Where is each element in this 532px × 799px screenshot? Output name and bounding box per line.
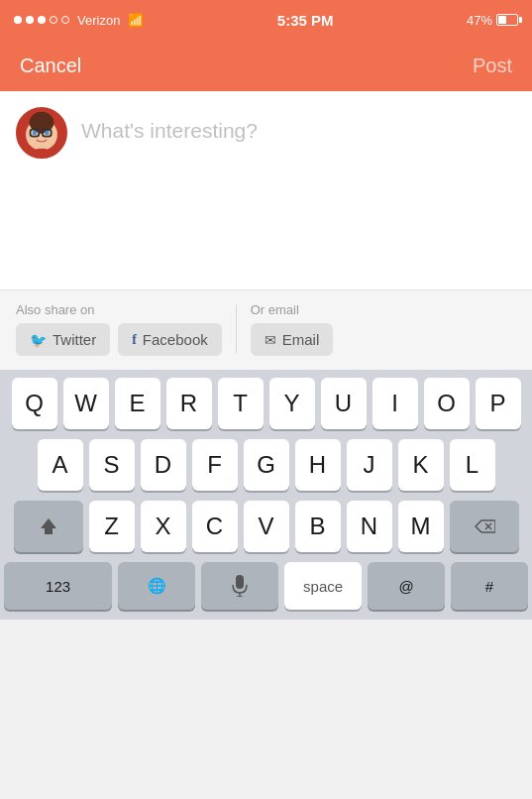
svg-point-7 bbox=[45, 131, 49, 135]
shift-icon bbox=[39, 516, 58, 536]
key-v[interactable]: V bbox=[244, 501, 289, 552]
share-section: Also share on 🐦 Twitter f Facebook Or em… bbox=[0, 289, 532, 370]
key-r[interactable]: R bbox=[166, 378, 212, 429]
email-button[interactable]: ✉ Email bbox=[251, 323, 334, 356]
key-o[interactable]: O bbox=[424, 378, 470, 429]
email-group: Or email ✉ Email bbox=[251, 302, 334, 356]
signal-dot-5 bbox=[61, 16, 69, 24]
svg-point-6 bbox=[33, 131, 37, 135]
space-key[interactable]: space bbox=[284, 562, 362, 610]
key-b[interactable]: B bbox=[295, 501, 341, 552]
battery-icon bbox=[496, 14, 518, 26]
space-label: space bbox=[303, 578, 343, 595]
cancel-button[interactable]: Cancel bbox=[20, 55, 81, 77]
key-x[interactable]: X bbox=[141, 501, 186, 552]
key-n[interactable]: N bbox=[347, 501, 392, 552]
hash-key[interactable]: # bbox=[451, 562, 528, 610]
or-email-label: Or email bbox=[251, 302, 334, 317]
twitter-label: Twitter bbox=[53, 331, 96, 348]
facebook-label: Facebook bbox=[143, 331, 208, 348]
key-a[interactable]: A bbox=[38, 439, 83, 491]
signal-dot-1 bbox=[14, 16, 22, 24]
globe-icon: 🌐 bbox=[148, 577, 166, 595]
microphone-icon bbox=[232, 575, 248, 597]
key-c[interactable]: C bbox=[192, 501, 238, 552]
wifi-icon: 📶 bbox=[128, 13, 144, 28]
share-group: Also share on 🐦 Twitter f Facebook bbox=[16, 302, 222, 356]
compose-area: What's interesting? bbox=[0, 91, 532, 289]
numbers-key[interactable]: 123 bbox=[4, 562, 112, 610]
keyboard-row-3: Z X C V B N M bbox=[4, 501, 528, 552]
share-buttons: 🐦 Twitter f Facebook bbox=[16, 323, 222, 356]
nav-bar: Cancel Post bbox=[0, 40, 532, 91]
keyboard-row-2: A S D F G H J K L bbox=[4, 439, 528, 491]
hash-label: # bbox=[485, 578, 493, 595]
status-left: Verizon 📶 bbox=[14, 13, 144, 28]
key-t[interactable]: T bbox=[218, 378, 264, 429]
also-share-label: Also share on bbox=[16, 302, 222, 317]
keyboard-bottom-row: 123 🌐 space @ # bbox=[4, 562, 528, 610]
post-button[interactable]: Post bbox=[473, 55, 512, 77]
key-z[interactable]: Z bbox=[89, 501, 135, 552]
battery-percent: 47% bbox=[467, 13, 492, 28]
carrier-label: Verizon bbox=[77, 13, 120, 28]
key-u[interactable]: U bbox=[321, 378, 367, 429]
signal-dot-2 bbox=[26, 16, 34, 24]
signal-dot-4 bbox=[50, 16, 57, 24]
facebook-button[interactable]: f Facebook bbox=[118, 323, 222, 356]
key-w[interactable]: W bbox=[63, 378, 109, 429]
key-i[interactable]: I bbox=[372, 378, 418, 429]
keyboard-row-1: Q W E R T Y U I O P bbox=[4, 378, 528, 429]
key-y[interactable]: Y bbox=[269, 378, 315, 429]
key-g[interactable]: G bbox=[244, 439, 289, 491]
key-e[interactable]: E bbox=[115, 378, 160, 429]
key-f[interactable]: F bbox=[192, 439, 238, 491]
svg-marker-8 bbox=[41, 518, 56, 534]
twitter-icon: 🐦 bbox=[30, 332, 47, 348]
key-p[interactable]: P bbox=[476, 378, 521, 429]
avatar bbox=[16, 107, 67, 159]
microphone-key[interactable] bbox=[201, 562, 278, 610]
facebook-icon: f bbox=[132, 332, 137, 348]
email-icon: ✉ bbox=[265, 332, 276, 348]
delete-icon bbox=[474, 518, 495, 534]
key-k[interactable]: K bbox=[398, 439, 444, 491]
signal-dot-3 bbox=[38, 16, 46, 24]
avatar-image bbox=[19, 107, 64, 159]
numbers-label: 123 bbox=[46, 578, 70, 595]
keyboard: Q W E R T Y U I O P A S D F G H J K L Z … bbox=[0, 370, 532, 620]
at-key[interactable]: @ bbox=[368, 562, 445, 610]
key-j[interactable]: J bbox=[347, 439, 392, 491]
key-m[interactable]: M bbox=[398, 501, 444, 552]
globe-key[interactable]: 🌐 bbox=[118, 562, 195, 610]
status-right: 47% bbox=[467, 13, 518, 28]
email-label-text: Email bbox=[282, 331, 320, 348]
delete-key[interactable] bbox=[450, 501, 519, 552]
key-l[interactable]: L bbox=[450, 439, 495, 491]
key-d[interactable]: D bbox=[141, 439, 186, 491]
at-label: @ bbox=[398, 578, 413, 595]
shift-key[interactable] bbox=[14, 501, 83, 552]
share-divider bbox=[236, 304, 237, 354]
svg-rect-11 bbox=[236, 575, 244, 589]
key-q[interactable]: Q bbox=[12, 378, 57, 429]
key-s[interactable]: S bbox=[89, 439, 135, 491]
battery-fill bbox=[498, 16, 506, 24]
key-h[interactable]: H bbox=[295, 439, 341, 491]
twitter-button[interactable]: 🐦 Twitter bbox=[16, 323, 110, 356]
status-time: 5:35 PM bbox=[277, 12, 334, 29]
compose-input[interactable]: What's interesting? bbox=[81, 107, 516, 143]
status-bar: Verizon 📶 5:35 PM 47% bbox=[0, 0, 532, 40]
